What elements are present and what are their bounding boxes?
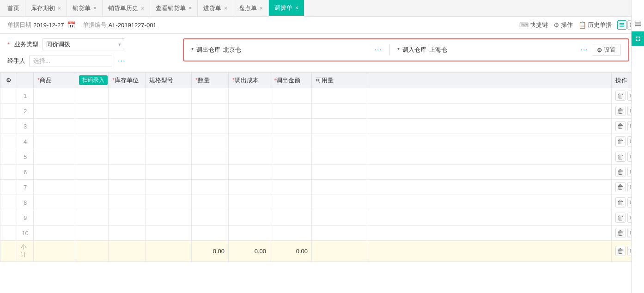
layout-list-icon[interactable]: [617, 20, 626, 30]
row-amount-1[interactable]: [270, 88, 312, 104]
delete-row-9-button[interactable]: 🗑: [615, 213, 626, 223]
row-product-4[interactable]: [34, 134, 75, 149]
delete-row-8-button[interactable]: 🗑: [615, 197, 626, 208]
row-unit-6[interactable]: [109, 165, 146, 180]
row-product-1[interactable]: [34, 88, 75, 104]
row-amount-2[interactable]: [270, 104, 312, 119]
row-product-3[interactable]: [34, 119, 75, 134]
row-amount-6[interactable]: [270, 165, 312, 180]
row-amount-7[interactable]: [270, 180, 312, 195]
row-spec-4[interactable]: [146, 134, 192, 149]
delete-row-1-button[interactable]: 🗑: [615, 91, 626, 101]
delete-row-10-button[interactable]: 🗑: [615, 228, 626, 238]
operation-button[interactable]: ⚙ 操作: [553, 21, 573, 29]
row-product-6[interactable]: [34, 165, 75, 180]
row-spec-10[interactable]: [146, 226, 192, 241]
row-qty-2[interactable]: [192, 104, 229, 119]
row-cost-2[interactable]: [229, 104, 270, 119]
row-spec-1[interactable]: [146, 88, 192, 104]
row-qty-4[interactable]: [192, 134, 229, 149]
subtotal-delete-button[interactable]: 🗑: [615, 246, 626, 256]
row-spec-8[interactable]: [146, 195, 192, 210]
settings-button[interactable]: ⚙ 设置: [592, 44, 621, 56]
row-cost-8[interactable]: [229, 195, 270, 210]
col-gear-header[interactable]: ⚙: [0, 73, 17, 88]
operator-more-icon[interactable]: ···: [118, 57, 125, 65]
row-qty-5[interactable]: [192, 149, 229, 165]
row-cost-7[interactable]: [229, 180, 270, 195]
shortcut-button[interactable]: ⌨ 快捷键: [519, 21, 548, 29]
row-product-9[interactable]: [34, 210, 75, 226]
row-spec-2[interactable]: [146, 104, 192, 119]
tab-sales-history[interactable]: 销货单历史 ×: [103, 0, 150, 17]
row-spec-6[interactable]: [146, 165, 192, 180]
tab-home[interactable]: 首页: [2, 0, 25, 17]
row-unit-9[interactable]: [109, 210, 146, 226]
row-cost-1[interactable]: [229, 88, 270, 104]
delete-row-5-button[interactable]: 🗑: [615, 152, 626, 162]
row-unit-3[interactable]: [109, 119, 146, 134]
business-type-select[interactable]: 同价调拨 ▾: [42, 38, 125, 50]
history-button[interactable]: 📋 历史单据: [578, 21, 612, 29]
row-qty-1[interactable]: [192, 88, 229, 104]
row-product-7[interactable]: [34, 180, 75, 195]
close-tab-inventory-count[interactable]: ×: [260, 6, 263, 11]
operator-select[interactable]: 选择...: [29, 55, 112, 67]
row-qty-8[interactable]: [192, 195, 229, 210]
row-amount-8[interactable]: [270, 195, 312, 210]
row-unit-2[interactable]: [109, 104, 146, 119]
close-tab-purchase-order[interactable]: ×: [224, 6, 227, 11]
row-product-5[interactable]: [34, 149, 75, 165]
row-amount-4[interactable]: [270, 134, 312, 149]
row-product-2[interactable]: [34, 104, 75, 119]
side-expand-icon[interactable]: [632, 31, 644, 46]
tab-transfer[interactable]: 调拨单 ×: [269, 0, 304, 17]
row-qty-6[interactable]: [192, 165, 229, 180]
row-unit-1[interactable]: [109, 88, 146, 104]
row-unit-7[interactable]: [109, 180, 146, 195]
tab-sales-order[interactable]: 销货单 ×: [67, 0, 103, 17]
row-product-10[interactable]: [34, 226, 75, 241]
warehouse-out-more-icon[interactable]: ···: [375, 46, 382, 54]
row-amount-5[interactable]: [270, 149, 312, 165]
row-cost-9[interactable]: [229, 210, 270, 226]
row-amount-3[interactable]: [270, 119, 312, 134]
row-cost-6[interactable]: [229, 165, 270, 180]
row-unit-4[interactable]: [109, 134, 146, 149]
row-cost-3[interactable]: [229, 119, 270, 134]
row-spec-5[interactable]: [146, 149, 192, 165]
delete-row-4-button[interactable]: 🗑: [615, 136, 626, 146]
row-cost-5[interactable]: [229, 149, 270, 165]
row-cost-10[interactable]: [229, 226, 270, 241]
row-qty-3[interactable]: [192, 119, 229, 134]
close-tab-view-sales[interactable]: ×: [188, 6, 192, 11]
row-spec-7[interactable]: [146, 180, 192, 195]
delete-row-7-button[interactable]: 🗑: [615, 182, 626, 192]
row-unit-10[interactable]: [109, 226, 146, 241]
col-scan-header[interactable]: 扫码录入: [75, 73, 109, 88]
close-tab-transfer[interactable]: ×: [295, 5, 298, 11]
row-qty-9[interactable]: [192, 210, 229, 226]
row-qty-10[interactable]: [192, 226, 229, 241]
row-spec-9[interactable]: [146, 210, 192, 226]
tab-inventory-init[interactable]: 库存期初 ×: [25, 0, 67, 17]
delete-row-3-button[interactable]: 🗑: [615, 121, 626, 131]
tab-purchase-order[interactable]: 进货单 ×: [198, 0, 233, 17]
warehouse-in-more-icon[interactable]: ···: [581, 46, 588, 54]
row-unit-8[interactable]: [109, 195, 146, 210]
row-unit-5[interactable]: [109, 149, 146, 165]
row-spec-3[interactable]: [146, 119, 192, 134]
tab-view-sales[interactable]: 查看销货单 ×: [150, 0, 198, 17]
close-tab-sales-order[interactable]: ×: [93, 6, 97, 11]
calendar-icon[interactable]: 📅: [67, 21, 75, 29]
side-list-icon[interactable]: [632, 17, 644, 31]
delete-row-2-button[interactable]: 🗑: [615, 106, 626, 116]
close-tab-inventory-init[interactable]: ×: [58, 6, 61, 11]
row-cost-4[interactable]: [229, 134, 270, 149]
row-qty-7[interactable]: [192, 180, 229, 195]
close-tab-sales-history[interactable]: ×: [141, 6, 144, 11]
row-product-8[interactable]: [34, 195, 75, 210]
row-amount-9[interactable]: [270, 210, 312, 226]
tab-inventory-count[interactable]: 盘点单 ×: [233, 0, 269, 17]
row-amount-10[interactable]: [270, 226, 312, 241]
